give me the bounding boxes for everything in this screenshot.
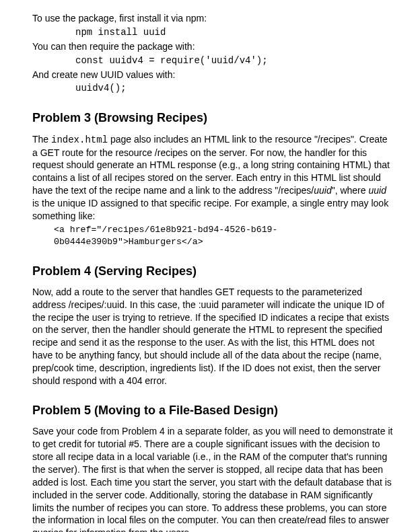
p3-text-mid2: ", where bbox=[332, 185, 369, 196]
intro-code-1: npm install uuid bbox=[75, 26, 393, 39]
intro-line-1: To use the package, first install it via… bbox=[32, 12, 393, 25]
p3-text-pre: The bbox=[32, 134, 51, 145]
problem-5-heading: Problem 5 (Moving to a File-Based Design… bbox=[32, 402, 393, 418]
p3-inline-code: index.html bbox=[51, 135, 108, 145]
problem-3-heading: Problem 3 (Browsing Recipes) bbox=[32, 110, 393, 126]
p3-text-mid3: is the unique ID assigned to that specif… bbox=[32, 198, 388, 221]
problem-5-body: Save your code from Problem 4 in a separ… bbox=[32, 425, 393, 532]
intro-code-3: uuidv4(); bbox=[75, 82, 393, 95]
problem-4-heading: Problem 4 (Serving Recipes) bbox=[32, 263, 393, 279]
p3-italic-2: uuid bbox=[368, 185, 386, 196]
intro-line-3: And create new UUID values with: bbox=[32, 69, 393, 81]
intro-line-2: You can then require the package with: bbox=[32, 40, 393, 53]
intro-code-2: const uuidv4 = require('uuid/v4'); bbox=[75, 54, 393, 67]
p3-italic-1: uuid bbox=[314, 185, 331, 196]
problem-3-body: The index.html page also includes an HTM… bbox=[32, 133, 393, 223]
problem-3-code-example: <a href="/recipes/61e8b921-bd94-4526-b61… bbox=[54, 224, 393, 248]
problem-4-body: Now, add a route to the server that hand… bbox=[32, 286, 393, 387]
